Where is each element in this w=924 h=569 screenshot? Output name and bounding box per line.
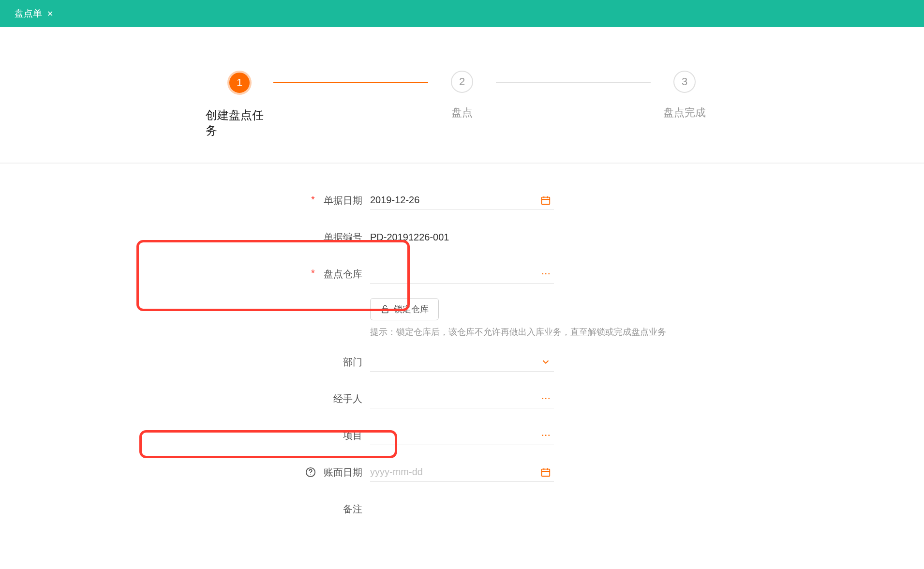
warehouse-field[interactable]: ··· bbox=[370, 264, 554, 284]
lock-icon bbox=[380, 304, 390, 314]
step-line-1-2 bbox=[273, 82, 428, 83]
label-dept: 部门 bbox=[302, 356, 370, 369]
row-book-date: 账面日期 bbox=[302, 460, 680, 485]
step-2: 2 盘点 bbox=[428, 71, 496, 120]
svg-rect-0 bbox=[542, 197, 550, 204]
row-dept: 部门 bbox=[302, 349, 680, 374]
book-date-input[interactable] bbox=[370, 466, 554, 478]
calendar-icon[interactable] bbox=[540, 195, 551, 206]
row-handler: 经手人 ··· bbox=[302, 386, 680, 411]
label-warehouse: *盘点仓库 bbox=[302, 268, 370, 281]
bill-date-input[interactable] bbox=[370, 195, 554, 206]
step-2-circle: 2 bbox=[451, 71, 473, 93]
lock-hint: 提示：锁定仓库后，该仓库不允许再做出入库业务，直至解锁或完成盘点业务 bbox=[370, 326, 680, 338]
project-field[interactable]: ··· bbox=[370, 426, 554, 445]
step-1-label: 创建盘点任务 bbox=[206, 107, 273, 138]
label-remark: 备注 bbox=[302, 503, 370, 516]
tab-bar: 盘点单 ✕ bbox=[0, 0, 924, 27]
step-1: 1 创建盘点任务 bbox=[206, 71, 273, 138]
bill-date-field[interactable] bbox=[370, 191, 554, 210]
row-lock: 锁定仓库 bbox=[370, 298, 680, 320]
step-3-circle: 3 bbox=[673, 71, 696, 93]
lock-warehouse-button[interactable]: 锁定仓库 bbox=[370, 298, 439, 320]
help-icon[interactable] bbox=[305, 467, 316, 478]
tab-inventory[interactable]: 盘点单 ✕ bbox=[15, 7, 53, 20]
step-3: 3 盘点完成 bbox=[651, 71, 718, 120]
row-project: 项目 ··· bbox=[302, 423, 680, 448]
form: *单据日期 单据编号 PD-20191226-001 *盘点仓库 ··· 锁定仓… bbox=[244, 188, 680, 522]
label-bill-date: *单据日期 bbox=[302, 194, 370, 207]
warehouse-input[interactable] bbox=[370, 268, 554, 279]
project-input[interactable] bbox=[370, 430, 554, 441]
stepper: 1 创建盘点任务 2 盘点 3 盘点完成 bbox=[0, 27, 924, 164]
ellipsis-icon[interactable]: ··· bbox=[542, 394, 551, 403]
row-warehouse: *盘点仓库 ··· bbox=[302, 261, 680, 286]
dept-field[interactable] bbox=[370, 352, 554, 372]
svg-rect-4 bbox=[382, 309, 388, 313]
close-icon[interactable]: ✕ bbox=[47, 9, 53, 18]
label-project: 项目 bbox=[302, 429, 370, 442]
ellipsis-icon[interactable]: ··· bbox=[542, 431, 551, 440]
bill-no-value: PD-20191226-001 bbox=[370, 232, 449, 243]
row-remark: 备注 bbox=[302, 496, 680, 522]
label-book-date: 账面日期 bbox=[302, 466, 370, 479]
label-bill-no: 单据编号 bbox=[302, 231, 370, 244]
step-3-label: 盘点完成 bbox=[663, 105, 706, 120]
chevron-down-icon[interactable] bbox=[540, 357, 551, 367]
step-2-label: 盘点 bbox=[451, 105, 473, 120]
handler-field[interactable]: ··· bbox=[370, 389, 554, 408]
dept-input[interactable] bbox=[370, 356, 554, 367]
handler-input[interactable] bbox=[370, 393, 554, 404]
step-line-2-3 bbox=[496, 82, 651, 83]
lock-button-label: 锁定仓库 bbox=[394, 303, 429, 315]
row-bill-date: *单据日期 bbox=[302, 188, 680, 213]
ellipsis-icon[interactable]: ··· bbox=[542, 270, 551, 278]
row-bill-no: 单据编号 PD-20191226-001 bbox=[302, 225, 680, 250]
calendar-icon[interactable] bbox=[540, 467, 551, 478]
svg-rect-7 bbox=[542, 469, 550, 476]
step-1-circle: 1 bbox=[227, 71, 252, 95]
tab-label: 盘点单 bbox=[15, 7, 42, 20]
book-date-field[interactable] bbox=[370, 463, 554, 482]
label-handler: 经手人 bbox=[302, 392, 370, 405]
